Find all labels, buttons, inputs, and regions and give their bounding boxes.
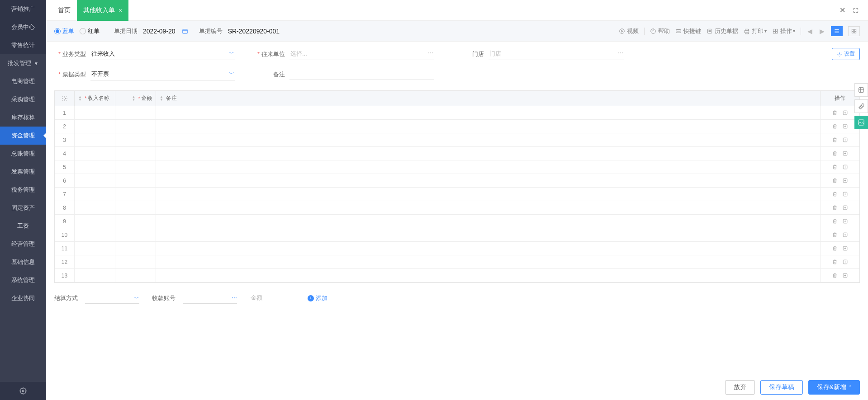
cell-amount[interactable] (115, 201, 156, 214)
delete-icon[interactable] (832, 164, 838, 170)
tab-other-income[interactable]: 其他收入单 × (77, 0, 128, 21)
add-icon[interactable] (842, 178, 848, 184)
sidebar-item-10[interactable]: 税务管理 (0, 181, 46, 199)
header-config[interactable] (55, 91, 75, 106)
add-icon[interactable] (842, 218, 848, 224)
cell-income-name[interactable] (75, 201, 115, 214)
header-income-name[interactable]: ▲▼*收入名称 (75, 91, 115, 106)
cell-remark[interactable] (156, 201, 821, 214)
add-icon[interactable] (842, 191, 848, 197)
cell-income-name[interactable] (75, 242, 115, 255)
add-icon[interactable] (842, 205, 848, 211)
date-value[interactable]: 2022-09-20 (143, 28, 175, 35)
delete-icon[interactable] (832, 245, 838, 251)
add-icon[interactable] (842, 259, 848, 265)
cell-amount[interactable] (115, 215, 156, 228)
cell-income-name[interactable] (75, 174, 115, 187)
sidebar-item-7[interactable]: 资金管理 (0, 127, 46, 145)
remark-input[interactable] (289, 69, 434, 80)
cell-remark[interactable] (156, 242, 821, 255)
delete-icon[interactable] (832, 137, 838, 143)
table-row[interactable]: 1 (55, 106, 859, 120)
cell-amount[interactable] (115, 242, 156, 255)
cell-income-name[interactable] (75, 188, 115, 201)
help-button[interactable]: 帮助 (650, 27, 670, 35)
settle-method-select[interactable]: ﹀ (85, 293, 139, 304)
cell-income-name[interactable] (75, 147, 115, 160)
add-button[interactable]: +添加 (308, 294, 327, 302)
delete-icon[interactable] (832, 218, 838, 224)
cell-remark[interactable] (156, 255, 821, 268)
cell-income-name[interactable] (75, 106, 115, 119)
delete-icon[interactable] (832, 191, 838, 197)
cell-remark[interactable] (156, 147, 821, 160)
tab-home[interactable]: 首页 (52, 0, 77, 21)
cell-amount[interactable] (115, 120, 156, 133)
table-row[interactable]: 10 (55, 228, 859, 242)
sidebar-item-13[interactable]: 经营管理 (0, 235, 46, 253)
cell-remark[interactable] (156, 106, 821, 119)
table-row[interactable]: 4 (55, 147, 859, 160)
sidebar-item-15[interactable]: 系统管理 (0, 271, 46, 289)
delete-icon[interactable] (832, 232, 838, 238)
add-icon[interactable] (842, 110, 848, 116)
cell-remark[interactable] (156, 228, 821, 241)
table-row[interactable]: 7 (55, 188, 859, 201)
sidetool-grid[interactable] (854, 83, 868, 97)
settle-account-select[interactable]: ⋯ (183, 293, 237, 304)
close-window-button[interactable]: ✕ (835, 4, 849, 17)
table-row[interactable]: 2 (55, 120, 859, 133)
discard-button[interactable]: 放弃 (725, 380, 755, 395)
cell-remark[interactable] (156, 188, 821, 201)
table-row[interactable]: 9 (55, 215, 859, 228)
sidetool-image[interactable] (854, 116, 868, 129)
view-list[interactable] (831, 26, 843, 36)
next-button[interactable]: ▶ (819, 28, 825, 35)
add-icon[interactable] (842, 164, 848, 170)
store-select[interactable]: 门店⋯ (489, 48, 624, 60)
sidebar-item-14[interactable]: 基础信息 (0, 253, 46, 271)
delete-icon[interactable] (832, 273, 838, 278)
radio-red[interactable]: 红单 (80, 27, 100, 35)
cell-amount[interactable] (115, 133, 156, 146)
settle-amount-input[interactable]: 金额 (250, 292, 295, 304)
cell-income-name[interactable] (75, 269, 115, 282)
sidetool-attachment[interactable] (854, 99, 868, 113)
cell-income-name[interactable] (75, 133, 115, 146)
sidebar-item-0[interactable]: 营销推广 (0, 0, 46, 18)
save-new-button[interactable]: 保存&新增˄ (808, 380, 860, 395)
table-row[interactable]: 3 (55, 133, 859, 147)
add-icon[interactable] (842, 273, 848, 278)
cell-amount[interactable] (115, 188, 156, 201)
sidebar-item-11[interactable]: 固定资产 (0, 199, 46, 217)
sidebar-item-3[interactable]: 批发管理▼ (0, 54, 46, 72)
cell-remark[interactable] (156, 160, 821, 174)
cell-remark[interactable] (156, 269, 821, 282)
print-button[interactable]: 打印▾ (744, 27, 767, 35)
cell-income-name[interactable] (75, 255, 115, 268)
delete-icon[interactable] (832, 110, 838, 116)
delete-icon[interactable] (832, 259, 838, 265)
prev-button[interactable]: ◀ (806, 28, 813, 35)
header-amount[interactable]: ▲▼*金额 (115, 91, 156, 106)
delete-icon[interactable] (832, 123, 838, 129)
cell-amount[interactable] (115, 174, 156, 187)
delete-icon[interactable] (832, 205, 838, 211)
cell-income-name[interactable] (75, 160, 115, 174)
sidebar-item-16[interactable]: 企业协同 (0, 289, 46, 307)
sidebar-item-2[interactable]: 零售统计 (0, 36, 46, 54)
table-row[interactable]: 8 (55, 201, 859, 215)
sidebar-item-9[interactable]: 发票管理 (0, 163, 46, 181)
delete-icon[interactable] (832, 178, 838, 184)
add-icon[interactable] (842, 123, 848, 129)
close-icon[interactable]: × (119, 7, 122, 14)
cell-remark[interactable] (156, 133, 821, 146)
partner-select[interactable]: 选择...⋯ (289, 48, 434, 60)
table-row[interactable]: 5 (55, 160, 859, 174)
sidebar-settings[interactable] (0, 382, 46, 400)
cell-remark[interactable] (156, 120, 821, 133)
fullscreen-button[interactable] (849, 4, 863, 17)
sidebar-item-8[interactable]: 总账管理 (0, 145, 46, 163)
calendar-icon[interactable] (181, 28, 189, 34)
cell-amount[interactable] (115, 160, 156, 174)
